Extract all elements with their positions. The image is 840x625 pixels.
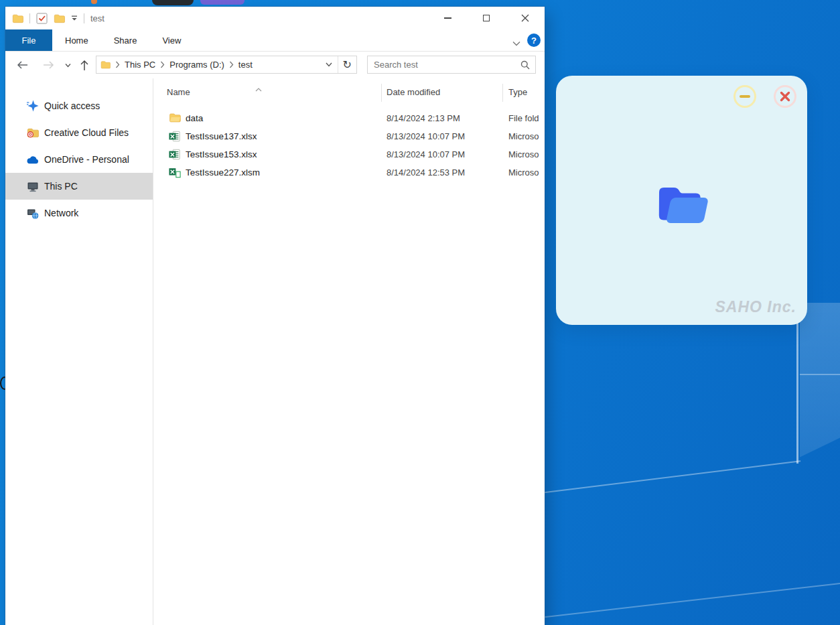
column-header-name[interactable]: Name (167, 87, 190, 97)
wallpaper-diagonal-beam-lower (540, 582, 840, 618)
folder-icon (169, 113, 181, 125)
column-header-type[interactable]: Type (508, 87, 527, 97)
sidebar-item-label: Network (44, 208, 78, 218)
excel-file-icon (169, 149, 181, 163)
breadcrumb-test[interactable]: test (238, 60, 253, 70)
customize-dropdown-icon[interactable] (71, 15, 78, 21)
breadcrumb-programs-d[interactable]: Programs (D:) (169, 60, 224, 70)
file-name: TestIssue153.xlsx (186, 149, 257, 159)
sidebar-item-this-pc[interactable]: This PC (5, 173, 153, 200)
sidebar-item-label: This PC (44, 181, 78, 192)
wallpaper-pane-divider (800, 374, 840, 375)
location-folder-icon (100, 60, 111, 69)
sidebar-item-quick-access[interactable]: Quick access (5, 92, 153, 119)
help-button[interactable]: ? (527, 33, 541, 47)
arrow-up-icon (80, 60, 89, 71)
table-row-xlsx[interactable]: TestIssue153.xlsx 8/13/2024 10:07 PM Mic… (153, 145, 545, 163)
sidebar-item-network[interactable]: Network (5, 200, 153, 226)
refresh-icon: ↻ (343, 59, 352, 70)
file-list: Name Date modified Type data 8/14/2024 2… (153, 78, 545, 625)
saho-app-panel: SAHO Inc. (556, 76, 807, 325)
sidebar-item-onedrive[interactable]: OneDrive - Personal (5, 146, 153, 173)
column-headers: Name Date modified Type (153, 82, 545, 102)
file-date: 8/13/2024 10:07 PM (387, 131, 465, 141)
this-pc-monitor-icon (27, 181, 39, 192)
forward-button[interactable] (43, 60, 54, 70)
search-box[interactable] (367, 56, 536, 74)
address-dropdown-button[interactable] (320, 56, 338, 73)
address-bar-controls: ↻ (320, 56, 356, 73)
background-window-fragment (152, 0, 194, 5)
column-divider[interactable] (502, 84, 503, 102)
tab-share[interactable]: Share (101, 29, 150, 51)
sidebar-item-creative-cloud-files[interactable]: Creative Cloud Files (5, 119, 153, 146)
new-folder-icon[interactable] (54, 13, 65, 23)
table-row-data-folder[interactable]: data 8/14/2024 2:13 PM File fold (153, 109, 545, 127)
onedrive-cloud-icon (27, 155, 39, 164)
file-type: Microso (508, 131, 539, 141)
question-icon: ? (531, 36, 537, 46)
brand-watermark: SAHO Inc. (715, 298, 796, 316)
title-bar[interactable]: test (5, 7, 545, 29)
sidebar-item-label: Creative Cloud Files (44, 127, 129, 138)
search-icon[interactable] (520, 60, 530, 70)
arrow-left-icon (17, 60, 28, 70)
panel-minimize-button[interactable] (733, 85, 756, 108)
column-divider[interactable] (381, 84, 382, 102)
close-button[interactable] (506, 7, 545, 29)
explorer-window: test File Home Share View ? (5, 7, 545, 625)
minimize-button[interactable] (428, 7, 467, 29)
wallpaper-light-pane (800, 303, 840, 464)
sidebar-item-label: Quick access (44, 100, 100, 111)
search-input[interactable] (368, 60, 520, 70)
open-folder-icon (655, 183, 709, 227)
creative-cloud-folder-icon (27, 127, 39, 138)
file-type: Microso (508, 167, 539, 178)
file-name: data (186, 113, 203, 123)
refresh-button[interactable]: ↻ (338, 60, 356, 70)
toolbar-divider (84, 13, 84, 23)
file-rows: data 8/14/2024 2:13 PM File fold TestIss… (153, 109, 545, 182)
background-window-fragment (200, 0, 244, 5)
table-row-xlsx[interactable]: TestIssue137.xlsx 8/13/2024 10:07 PM Mic… (153, 127, 545, 145)
minimize-icon (444, 17, 451, 19)
toolbar-divider (29, 13, 30, 23)
arrow-right-icon (43, 60, 54, 70)
maximize-button[interactable] (467, 7, 506, 29)
close-icon (780, 91, 790, 102)
chevron-down-icon (512, 41, 520, 46)
chevron-right-icon (160, 61, 165, 68)
window-controls (428, 7, 545, 29)
file-date: 8/13/2024 10:07 PM (387, 149, 465, 159)
back-button[interactable] (17, 60, 28, 70)
network-icon (27, 208, 39, 219)
column-header-date-modified[interactable]: Date modified (387, 87, 440, 97)
tab-home[interactable]: Home (52, 29, 101, 51)
panel-close-button[interactable] (774, 85, 796, 108)
chevron-right-icon (115, 61, 120, 68)
navigation-bar: This PC Programs (D:) test ↻ (5, 52, 545, 78)
breadcrumb-this-pc[interactable]: This PC (125, 60, 155, 70)
tab-view[interactable]: View (149, 29, 194, 51)
file-date: 8/14/2024 12:53 PM (387, 167, 465, 178)
explorer-icon (12, 13, 23, 23)
wallpaper-diagonal-beam (540, 460, 800, 494)
expand-ribbon-button[interactable] (512, 37, 520, 49)
file-name: TestIssue227.xlsm (186, 167, 260, 178)
quick-access-toolbar (5, 13, 84, 24)
address-bar[interactable]: This PC Programs (D:) test ↻ (96, 56, 357, 74)
close-icon (521, 14, 529, 22)
tab-file[interactable]: File (5, 29, 52, 51)
properties-check-icon[interactable] (36, 13, 48, 24)
wallpaper-vertical-beam (796, 320, 798, 464)
navigation-pane: Quick access Creative Cloud Files OneDri… (5, 78, 153, 625)
ribbon-tabs: File Home Share View ? (5, 29, 545, 52)
file-date: 8/14/2024 2:13 PM (387, 113, 460, 123)
excel-file-icon (169, 131, 181, 145)
table-row-xlsm[interactable]: TestIssue227.xlsm 8/14/2024 12:53 PM Mic… (153, 163, 545, 182)
file-type: Microso (508, 149, 539, 159)
window-title: test (90, 13, 104, 23)
minimize-icon (740, 95, 750, 98)
recent-locations-button[interactable] (65, 63, 71, 68)
up-button[interactable] (80, 60, 89, 71)
